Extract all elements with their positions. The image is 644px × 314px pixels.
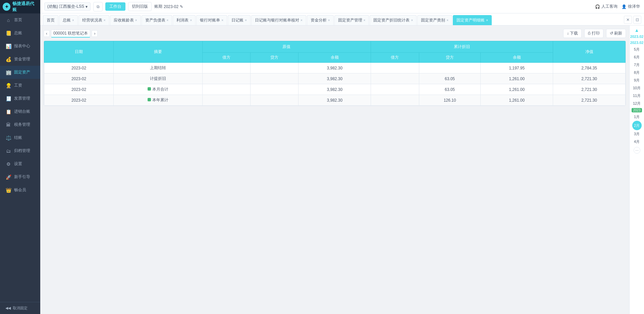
timeline-month-3月[interactable]: 3月 bbox=[631, 130, 643, 138]
th-orig-balance: 余额 bbox=[299, 53, 371, 63]
tab-asset-category[interactable]: 固定资产类别× bbox=[417, 15, 452, 25]
close-all-tabs-btn[interactable]: ✕ bbox=[624, 16, 632, 24]
tab-close-bank-check[interactable]: × bbox=[301, 19, 303, 22]
user-profile-btn[interactable]: 👤 徐泽华 bbox=[622, 4, 640, 9]
tab-operation[interactable]: 经营状况表× bbox=[78, 15, 109, 25]
sidebar-item-reports[interactable]: 📊 报表中心 bbox=[0, 40, 40, 53]
timeline-month-11月[interactable]: 11月 bbox=[631, 92, 643, 100]
cell-orig-balance: 3,982.30 bbox=[299, 73, 371, 84]
sidebar-item-guide[interactable]: 🚀 新手引导 bbox=[0, 170, 40, 184]
unpin-label: 取消固定 bbox=[13, 306, 28, 311]
tab-close-asset-detail[interactable]: × bbox=[486, 19, 488, 22]
tab-balance[interactable]: 资产负债表× bbox=[142, 15, 172, 25]
work-desk-btn[interactable]: 工作台 bbox=[105, 2, 125, 11]
sidebar-item-settings[interactable]: ⚙ 设置 bbox=[0, 157, 40, 170]
sub-nav-back[interactable]: ‹ bbox=[44, 30, 50, 37]
funds-nav-icon: 💰 bbox=[5, 57, 11, 62]
timeline-month-1月[interactable]: 1月 bbox=[631, 113, 643, 121]
timeline-period-2[interactable]: 2023.02 bbox=[630, 40, 644, 46]
tab-bank[interactable]: 银行对账单× bbox=[196, 15, 227, 25]
tab-label-home: 首页 bbox=[47, 17, 55, 23]
sidebar-item-archive[interactable]: 🗂 归档管理 bbox=[0, 144, 40, 157]
customer-service-btn[interactable]: 🎧 人工客询 bbox=[595, 4, 618, 9]
timeline-month-8月[interactable]: 8月 bbox=[631, 69, 643, 76]
company-dropdown-icon: ▾ bbox=[86, 4, 88, 9]
tab-home[interactable]: 首页 bbox=[43, 15, 58, 25]
tab-ledger[interactable]: 总账× bbox=[59, 15, 78, 25]
year-badge[interactable]: 2023 bbox=[632, 108, 642, 112]
timeline-month-4月[interactable]: 4月 bbox=[631, 138, 643, 146]
sidebar-item-funds[interactable]: 💰 资金管理 bbox=[0, 53, 40, 66]
cell-orig-balance: 3,982.30 bbox=[299, 84, 371, 95]
tab-journal[interactable]: 日记账× bbox=[228, 15, 251, 25]
tab-close-receivable[interactable]: × bbox=[135, 19, 137, 22]
tab-close-ledger[interactable]: × bbox=[72, 19, 74, 22]
timeline-month-12月[interactable]: 12月 bbox=[631, 100, 643, 107]
tab-close-asset-mgmt[interactable]: × bbox=[364, 19, 366, 22]
cell-orig-debit bbox=[202, 63, 250, 73]
company-selector[interactable]: (劝勉) 江西服垒-LSS ▾ bbox=[44, 2, 91, 11]
sub-nav-forward[interactable]: › bbox=[92, 30, 98, 37]
sidebar-item-sales[interactable]: 📋 进销台账 bbox=[0, 105, 40, 118]
tab-profit[interactable]: 利润表× bbox=[173, 15, 196, 25]
sidebar-item-payroll[interactable]: 👷 工资 bbox=[0, 79, 40, 92]
tab-asset-detail[interactable]: 固定资产明细账× bbox=[453, 15, 492, 25]
customer-service-label: 人工客询 bbox=[601, 4, 618, 9]
tab-close-profit[interactable]: × bbox=[190, 19, 192, 22]
cell-abstract: 本月合计 bbox=[114, 84, 202, 95]
cell-date: 2023-02 bbox=[44, 63, 114, 73]
refresh-btn[interactable]: ↺ 刷新 bbox=[606, 29, 626, 38]
cell-orig-credit bbox=[251, 73, 299, 84]
cell-net-value: 2,721.30 bbox=[553, 84, 626, 95]
page-content: ‹ 000001 联想笔记本 › ↓ 下载 ⎙ 打印 ↺ 刷新 日期 摘要 bbox=[40, 25, 629, 314]
period-edit-icon[interactable]: ✎ bbox=[180, 4, 183, 9]
company-copy-btn[interactable]: ⧉ bbox=[93, 2, 103, 11]
sidebar-item-settle[interactable]: ⚖️ 结账 bbox=[0, 131, 40, 144]
tab-fund-analysis[interactable]: 资金分析× bbox=[307, 15, 334, 25]
tab-asset-depreciation[interactable]: 固定资产折旧统计表× bbox=[370, 15, 417, 25]
tab-bank-check[interactable]: 日记账与银行对账单核对× bbox=[251, 15, 306, 25]
sidebar-item-fixed-assets[interactable]: 🏢 固定资产 bbox=[0, 66, 40, 79]
archive-nav-icon: 🗂 bbox=[5, 148, 11, 154]
cell-orig-credit bbox=[251, 63, 299, 73]
sidebar-item-member[interactable]: 👑 畅会员 bbox=[0, 184, 40, 197]
timeline-month-10月[interactable]: 10月 bbox=[631, 84, 643, 92]
timeline-month-5月[interactable]: 5月 bbox=[631, 46, 643, 53]
tab-label-bank-check: 日记账与银行对账单核对 bbox=[255, 17, 299, 23]
tab-close-balance[interactable]: × bbox=[167, 19, 169, 22]
cell-accum-debit bbox=[371, 95, 419, 106]
download-btn[interactable]: ↓ 下载 bbox=[563, 29, 582, 38]
maximize-btn[interactable]: ⊡ bbox=[633, 16, 641, 24]
sidebar-footer[interactable]: ◀◀ 取消固定 bbox=[0, 302, 40, 314]
tab-receivable[interactable]: 应收账龄表× bbox=[110, 15, 141, 25]
cell-orig-debit bbox=[202, 95, 250, 106]
tab-close-operation[interactable]: × bbox=[104, 19, 106, 22]
timeline-scroll-up[interactable]: ▲ bbox=[634, 27, 640, 34]
timeline-month-9月[interactable]: 9月 bbox=[631, 76, 643, 84]
timeline-month-6月[interactable]: 6月 bbox=[631, 53, 643, 61]
sidebar-item-invoices[interactable]: 🧾 发票管理 bbox=[0, 92, 40, 105]
tab-close-journal[interactable]: × bbox=[245, 19, 247, 22]
sub-nav-current[interactable]: 000001 联想笔记本 bbox=[51, 30, 90, 38]
tab-close-bank[interactable]: × bbox=[221, 19, 223, 22]
timeline-month-7月[interactable]: 7月 bbox=[631, 61, 643, 69]
timeline-period-1[interactable]: 2023.02 bbox=[630, 34, 644, 40]
username-label: 徐泽华 bbox=[628, 4, 640, 9]
sidebar-label-invoices: 发票管理 bbox=[14, 96, 30, 101]
sidebar-item-ledger[interactable]: 📒 总账 bbox=[0, 27, 40, 40]
tab-close-asset-category[interactable]: × bbox=[446, 19, 448, 22]
sidebar-item-tax[interactable]: 🏛 税务管理 bbox=[0, 118, 40, 131]
tab-close-fund-analysis[interactable]: × bbox=[328, 19, 330, 22]
tab-close-asset-depreciation[interactable]: × bbox=[411, 19, 413, 22]
timeline-month-2月[interactable]: 2月 bbox=[632, 121, 642, 130]
old-version-btn[interactable]: 切到旧版 bbox=[128, 2, 152, 11]
cell-accum-credit: 63.05 bbox=[419, 84, 481, 95]
timeline-expand-btn[interactable]: ⋯ bbox=[634, 147, 640, 154]
table-row: 2023-02 本年累计 3,982.30 126.10 1,261.00 2,… bbox=[44, 95, 626, 106]
sidebar-item-home[interactable]: ⌂ 首页 bbox=[0, 13, 40, 27]
tab-label-bank: 银行对账单 bbox=[200, 17, 220, 23]
cell-accum-balance: 1,197.95 bbox=[481, 63, 553, 73]
print-btn[interactable]: ⎙ 打印 bbox=[584, 29, 603, 38]
cell-accum-balance: 1,261.00 bbox=[481, 95, 553, 106]
tab-asset-mgmt[interactable]: 固定资产管理× bbox=[334, 15, 369, 25]
